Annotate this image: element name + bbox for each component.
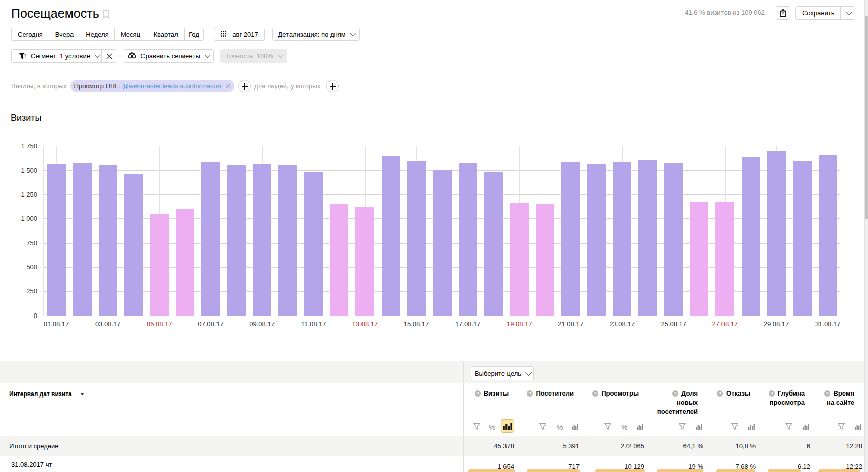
- svg-text:?: ?: [826, 391, 829, 396]
- svg-text:?: ?: [476, 391, 479, 396]
- svg-text:?: ?: [770, 391, 773, 396]
- svg-text:?: ?: [718, 391, 721, 396]
- svg-text:?: ?: [529, 391, 532, 396]
- svg-text:?: ?: [594, 391, 597, 396]
